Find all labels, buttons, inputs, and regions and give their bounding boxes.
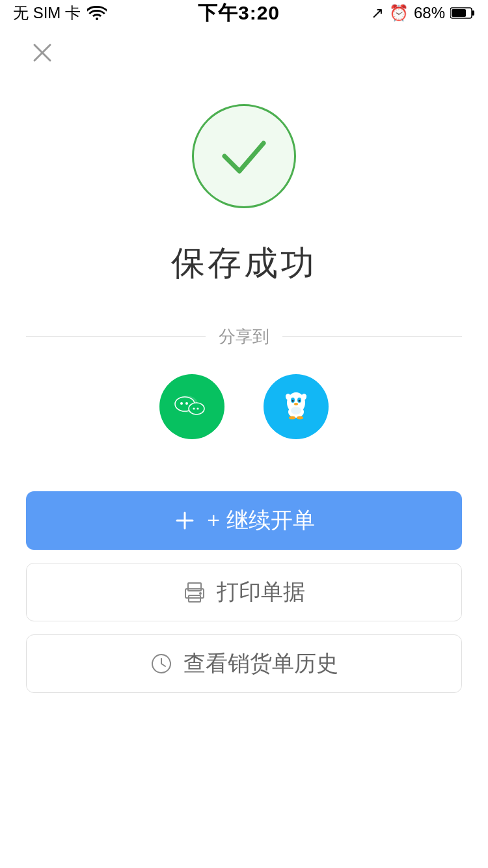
qq-share-button[interactable] (264, 374, 329, 439)
print-label: 打印单据 (217, 577, 305, 607)
divider-right (282, 336, 462, 337)
status-time: 下午3:20 (198, 0, 280, 27)
svg-rect-2 (452, 9, 466, 17)
status-bar: 无 SIM 卡 下午3:20 ↗ ⏰ 68% (0, 0, 488, 26)
success-icon-circle (192, 104, 296, 208)
svg-rect-1 (472, 10, 474, 16)
print-icon (183, 580, 206, 604)
battery-icon (450, 7, 475, 20)
divider-left (26, 336, 206, 337)
svg-point-10 (180, 402, 183, 405)
print-button[interactable]: 打印单据 (26, 563, 462, 621)
share-label: 分享到 (206, 325, 282, 348)
svg-point-9 (189, 403, 204, 414)
svg-line-35 (161, 664, 165, 666)
close-button[interactable] (26, 36, 59, 69)
svg-point-21 (294, 403, 298, 405)
svg-point-13 (197, 407, 198, 409)
svg-point-20 (299, 400, 301, 402)
svg-point-26 (291, 407, 301, 414)
status-right: ↗ ⏰ 68% (371, 4, 475, 22)
wechat-icon (172, 387, 211, 426)
svg-point-25 (297, 416, 303, 420)
divider-row: 分享到 (0, 325, 488, 348)
plus-icon (173, 509, 197, 532)
share-icons-row (159, 374, 329, 439)
continue-button[interactable]: + 继续开单 (26, 491, 462, 550)
location-icon: ↗ (371, 4, 384, 22)
no-sim-text: 无 SIM 卡 (13, 3, 81, 23)
svg-rect-29 (188, 583, 201, 591)
wechat-share-button[interactable] (159, 374, 224, 439)
action-buttons: + 继续开单 打印单据 查看销货单历史 (0, 491, 488, 693)
svg-point-24 (289, 416, 295, 420)
clock-icon (150, 652, 173, 675)
history-label: 查看销货单历史 (183, 649, 338, 679)
status-left: 无 SIM 卡 (13, 3, 107, 23)
battery-text: 68% (414, 4, 445, 22)
alarm-icon: ⏰ (389, 4, 409, 22)
svg-point-11 (185, 402, 188, 405)
history-button[interactable]: 查看销货单历史 (26, 634, 462, 693)
svg-point-12 (193, 407, 195, 409)
success-title: 保存成功 (171, 241, 317, 286)
svg-point-19 (292, 400, 294, 402)
continue-label: + 继续开单 (207, 506, 314, 536)
main-content: 保存成功 分享到 (0, 26, 488, 693)
svg-point-32 (199, 592, 202, 595)
checkmark-icon (215, 127, 273, 185)
qq-icon (277, 387, 316, 426)
share-section: 分享到 (0, 325, 488, 439)
wifi-icon (87, 6, 107, 20)
